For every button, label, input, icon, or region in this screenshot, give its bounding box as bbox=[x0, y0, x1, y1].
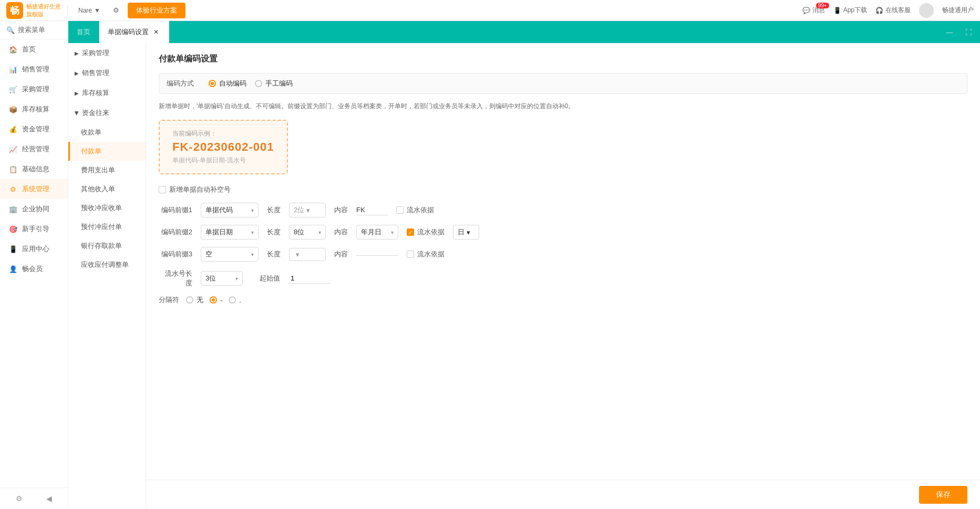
prefix3-select[interactable]: 空 ▾ bbox=[201, 247, 259, 262]
sep-none-label: 无 bbox=[197, 295, 203, 305]
service-icon: 🎧 bbox=[875, 7, 883, 14]
message-badge: 99+ bbox=[816, 3, 829, 8]
sub-nav-item-prepay-receive-label: 预收冲应收单 bbox=[81, 204, 122, 212]
sub-nav-header-inventory[interactable]: ▶ 库存核算 bbox=[68, 83, 146, 103]
chevron-sales-icon: ▶ bbox=[75, 70, 79, 76]
sidebar-collapse-btn[interactable]: ◀ bbox=[42, 492, 56, 505]
prefix2-select[interactable]: 单据日期 ▾ bbox=[201, 225, 259, 240]
manual-code-radio[interactable]: 手工编码 bbox=[255, 79, 293, 88]
sep-none-radio[interactable]: 无 bbox=[186, 295, 203, 305]
prefix3-value: 空 bbox=[205, 250, 212, 259]
app-download-label: App下载 bbox=[843, 6, 867, 15]
trial-btn[interactable]: 体验行业方案 bbox=[128, 3, 185, 18]
prefix1-label: 编码前缀1 bbox=[159, 205, 192, 215]
tab-home[interactable]: 首页 bbox=[68, 21, 99, 43]
prefix2-length-value: 8位 bbox=[294, 227, 304, 237]
sidebar-item-basic[interactable]: 📋 基础信息 bbox=[0, 159, 68, 179]
logo-text: 畅捷通好生意 旗舰版 bbox=[26, 3, 61, 18]
prefix1-length-label: 长度 bbox=[267, 205, 281, 215]
sidebar-item-inventory[interactable]: 📦 库存核算 bbox=[0, 99, 68, 119]
sidebar-label-finance: 资金管理 bbox=[22, 124, 49, 134]
purchase-icon: 🛒 bbox=[8, 85, 18, 94]
tab-minimize-btn[interactable]: — bbox=[942, 25, 957, 39]
sidebar-item-system[interactable]: ⚙ 系统管理 bbox=[0, 179, 68, 199]
settings-icon[interactable]: ⚙ bbox=[109, 3, 123, 18]
prefix-row-2: 编码前缀2 单据日期 ▾ 长度 8位 ▾ 内容 年月日 bbox=[159, 225, 967, 240]
start-value-input[interactable] bbox=[288, 273, 331, 284]
online-service-btn[interactable]: 🎧 在线客服 bbox=[875, 6, 911, 15]
sidebar-item-operation[interactable]: 📈 经营管理 bbox=[0, 139, 68, 159]
sidebar-item-enterprise[interactable]: 🏢 企业协同 bbox=[0, 199, 68, 219]
sidebar-item-guide[interactable]: 🎯 新手引导 bbox=[0, 219, 68, 239]
sidebar-label-purchase: 采购管理 bbox=[22, 85, 49, 94]
prefix2-length-select[interactable]: 8位 ▾ bbox=[289, 225, 326, 240]
prefix2-content-select[interactable]: 年月日 ▾ bbox=[356, 225, 398, 240]
app-download-btn[interactable]: 📱 App下载 bbox=[833, 6, 867, 15]
sub-nav-header-capital[interactable]: ▶ 资金往来 bbox=[68, 103, 146, 123]
auto-fill-checkbox[interactable]: 新增单据自动补空号 bbox=[159, 185, 967, 194]
prefix2-stream-unit-chevron-icon: ▾ bbox=[467, 228, 470, 236]
sub-nav-item-prepay-receive[interactable]: 预收冲应收单 bbox=[68, 199, 146, 217]
sub-nav-header-sales[interactable]: ▶ 销售管理 bbox=[68, 63, 146, 83]
prefix2-label: 编码前缀2 bbox=[159, 227, 192, 237]
auto-code-radio[interactable]: 自动编码 bbox=[209, 79, 246, 88]
search-menu[interactable]: 🔍 搜索菜单 bbox=[0, 21, 68, 39]
prefix-row-3: 编码前缀3 空 ▾ 长度 ▾ 内容 bbox=[159, 247, 967, 262]
main-layout: 🔍 搜索菜单 🏠 首页 📊 销售管理 🛒 采购管理 📦 库存核算 💰 资金管理 … bbox=[0, 21, 980, 509]
avatar[interactable] bbox=[919, 3, 934, 18]
prefix1-select[interactable]: 单据代码 ▾ bbox=[201, 203, 259, 217]
sub-nav-label-purchase: 采购管理 bbox=[82, 48, 109, 58]
auto-fill-label: 新增单据自动补空号 bbox=[169, 185, 231, 194]
prefix1-stream-checkbox[interactable]: 流水依据 bbox=[396, 205, 434, 215]
prefix1-length-select[interactable]: 2位 ▾ bbox=[289, 203, 326, 217]
sep-dot-radio[interactable]: . bbox=[229, 296, 241, 304]
sub-nav-item-payment[interactable]: 付款单 bbox=[68, 142, 146, 161]
online-service-label: 在线客服 bbox=[885, 6, 911, 15]
sub-nav-item-expense[interactable]: 费用支出单 bbox=[68, 161, 146, 180]
sub-nav-header-purchase[interactable]: ▶ 采购管理 bbox=[68, 43, 146, 63]
info-text: 新增单据时，'单据编码'自动生成、不可编辑。前缀设置为部门、业务员等档案类，开单… bbox=[159, 101, 967, 111]
sidebar-item-apps[interactable]: 📱 应用中心 bbox=[0, 239, 68, 259]
sub-nav-item-adjust-label: 应收应付调整单 bbox=[81, 261, 129, 268]
prefix3-content-label: 内容 bbox=[334, 250, 348, 259]
sidebar-item-purchase[interactable]: 🛒 采购管理 bbox=[0, 79, 68, 99]
page-title: 付款单编码设置 bbox=[159, 54, 967, 65]
tab-home-label: 首页 bbox=[77, 27, 90, 37]
sub-nav-item-receipt[interactable]: 收款单 bbox=[68, 123, 146, 142]
auto-code-radio-dot bbox=[209, 80, 216, 87]
dropdown-arrow-icon: ▼ bbox=[94, 7, 100, 14]
message-btn[interactable]: 💬 消息 99+ bbox=[802, 6, 825, 15]
workspace-dropdown[interactable]: Nare ▼ bbox=[74, 5, 105, 16]
prefix1-chevron-icon: ▾ bbox=[251, 207, 254, 213]
sub-nav-item-other-income[interactable]: 其他收入单 bbox=[68, 180, 146, 199]
prefix3-stream-checkbox[interactable]: 流水依据 bbox=[407, 250, 445, 259]
sidebar-item-finance[interactable]: 💰 资金管理 bbox=[0, 119, 68, 139]
prefix2-chevron-icon: ▾ bbox=[251, 230, 254, 235]
member-icon: 👤 bbox=[8, 264, 18, 274]
prefix3-length-select[interactable]: ▾ bbox=[289, 248, 326, 261]
prefix3-stream-label: 流水依据 bbox=[417, 250, 445, 259]
sep-dash-radio[interactable]: - bbox=[210, 296, 222, 304]
prefix2-stream-checkbox[interactable]: ✓ 流水依据 bbox=[407, 227, 445, 237]
sidebar-item-sales[interactable]: 📊 销售管理 bbox=[0, 59, 68, 79]
prefix1-value: 单据代码 bbox=[205, 205, 233, 215]
auto-code-label: 自动编码 bbox=[219, 79, 246, 88]
topbar-divider bbox=[67, 5, 68, 16]
prefix2-content-label: 内容 bbox=[334, 227, 348, 237]
sidebar-settings-btn[interactable]: ⚙ bbox=[12, 492, 27, 505]
save-button[interactable]: 保存 bbox=[919, 486, 967, 504]
sub-nav-item-adjust[interactable]: 应收应付调整单 bbox=[68, 255, 146, 274]
tab-maximize-btn[interactable]: ⛶ bbox=[961, 25, 976, 39]
sub-nav-item-expense-label: 费用支出单 bbox=[81, 166, 115, 174]
sub-nav-item-bank[interactable]: 银行存取款单 bbox=[68, 236, 146, 255]
sub-nav-item-prepay-pay[interactable]: 预付冲应付单 bbox=[68, 217, 146, 236]
serial-length-select[interactable]: 3位 ▾ bbox=[201, 271, 243, 286]
tab-code-setting[interactable]: 单据编码设置 ✕ bbox=[99, 21, 169, 43]
manual-code-label: 手工编码 bbox=[265, 79, 293, 88]
sub-nav-group-sales: ▶ 销售管理 bbox=[68, 63, 146, 83]
sidebar-item-home[interactable]: 🏠 首页 bbox=[0, 39, 68, 59]
prefix3-content-value bbox=[356, 253, 398, 256]
prefix2-stream-unit-select[interactable]: 日 ▾ bbox=[453, 225, 479, 240]
tab-close-icon[interactable]: ✕ bbox=[152, 28, 160, 36]
sidebar-item-member[interactable]: 👤 畅会员 bbox=[0, 259, 68, 279]
